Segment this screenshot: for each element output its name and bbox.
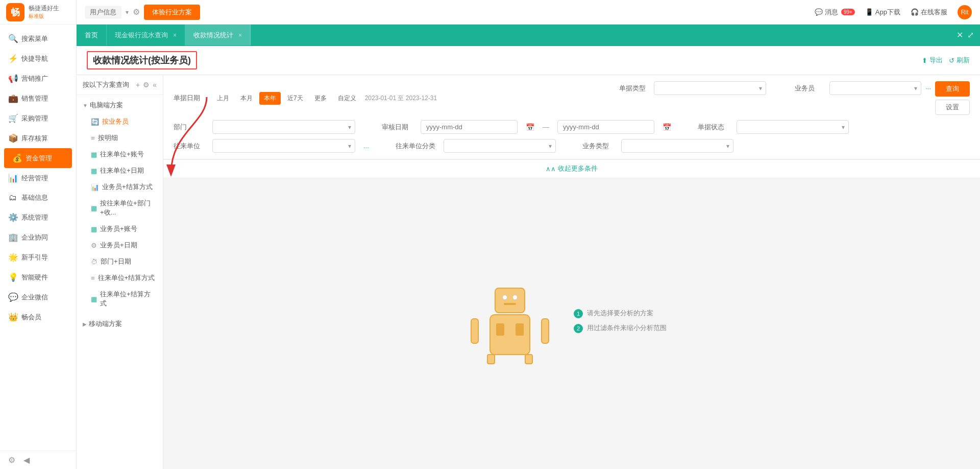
robot-eyes [496,289,524,300]
tree-child-by-detail[interactable]: ≡ 按明细 [77,130,163,146]
doc-status-label: 单据状态 [698,123,728,132]
refresh-button[interactable]: ↺ 刷新 [949,56,970,65]
trial-button[interactable]: 体验行业方案 [144,5,200,20]
add-scheme-button[interactable]: + [136,81,140,89]
collapse-more-btn[interactable]: ∧∧ 收起更多条件 [163,159,980,177]
tab-collection-stats[interactable]: 收款情况统计 × [185,25,251,45]
tree-child-by-salesperson[interactable]: 🔄 按业务员 [77,113,163,130]
salesperson-more-btn[interactable]: ··· [925,84,931,92]
tab-bank-flow-close[interactable]: × [173,32,177,39]
sidebar-item-guide[interactable]: 🌟 新手引导 [0,247,76,267]
sidebar-item-search-menu[interactable]: 🔍 搜索菜单 [0,29,76,49]
date-tab-last-month[interactable]: 上月 [212,92,234,105]
tree-child-partner-settle1[interactable]: ≡ 往来单位+结算方式 [77,270,163,286]
tab-close-all-icon[interactable]: ✕ [957,30,963,40]
date-tab-custom[interactable]: 自定义 [333,92,361,105]
message-action[interactable]: 💬 消息 99+ [815,8,855,17]
sidebar-item-quick-nav[interactable]: ⚡ 快捷导航 [0,49,76,68]
partner-select[interactable] [212,139,355,153]
sidebar-item-system[interactable]: ⚙️ 系统管理 [0,207,76,227]
tree-child-salesperson-account[interactable]: ▦ 业务员+账号 [77,221,163,237]
tree-child-salesperson-date[interactable]: ⚙ 业务员+日期 [77,237,163,253]
tab-bank-flow[interactable]: 现金银行流水查询 × [107,25,185,45]
app-download-action[interactable]: 📱 App下载 [865,8,900,17]
salesperson-select-wrap [829,81,921,95]
purchase-icon: 🛒 [8,113,17,123]
baseinfo-icon: 🗂 [8,193,17,202]
sidebar-item-wechat[interactable]: 💬 企业微信 [0,287,76,307]
top-header: 用户信息 ▾ ⚙ 体验行业方案 💬 消息 99+ 📱 App下载 🎧 在线客服 … [77,0,980,25]
finance-icon: 💰 [12,153,21,163]
sidebar-item-smart-hw[interactable]: 💡 智能硬件 [0,267,76,287]
tab-bar: 首页 现金银行流水查询 × 收款情况统计 × ✕ ⤢ [77,25,980,46]
sidebar-item-inventory[interactable]: 📦 库存核算 [0,128,76,148]
robot-detail-2 [516,323,524,336]
date-tab-this-month[interactable]: 本月 [236,92,257,105]
scheme-settings-icon[interactable]: ⚙ [143,81,150,89]
tab-maximize-icon[interactable]: ⤢ [967,30,974,40]
filter-row-dept: 部门 审核日期 📅 — 📅 单据状态 [174,120,970,134]
date-tab-this-year[interactable]: 本年 [259,92,281,105]
partner-category-select[interactable] [444,139,556,153]
robot-mouth [504,303,516,305]
sidebar-item-baseinfo[interactable]: 🗂 基础信息 [0,188,76,207]
tree-parent-pc[interactable]: ▼ 电脑端方案 [77,97,163,113]
online-service-action[interactable]: 🎧 在线客服 [911,8,947,17]
partner-more-button[interactable]: ... [363,142,369,150]
review-date-end[interactable] [557,120,654,134]
tree-child-partner-dept-collect[interactable]: ▦ 按往来单位+部门+收... [77,195,163,221]
tree-parent-mobile[interactable]: ▶ 移动端方案 [77,316,163,332]
review-date-start[interactable] [421,120,518,134]
doc-status-select[interactable] [737,120,849,134]
header-dropdown-arrow[interactable]: ▾ [126,9,129,16]
sidebar-settings-icon[interactable]: ⚙ [8,455,15,465]
system-icon: ⚙️ [8,213,17,222]
service-icon: 🎧 [911,8,919,16]
query-button[interactable]: 查询 [935,81,970,97]
sidebar-item-purchase[interactable]: 🛒 采购管理 [0,108,76,128]
left-panel-actions: + ⚙ « [136,81,157,89]
review-date-start-calendar[interactable]: 📅 [526,123,534,131]
sidebar-item-marketing[interactable]: 📢 营销推广 [0,68,76,88]
tree-child-partner-date[interactable]: ▦ 往来单位+日期 [77,162,163,179]
review-date-end-calendar[interactable]: 📅 [663,123,671,131]
logo-text: 畅捷通好生 标准版 [29,5,59,19]
tab-collection-stats-close[interactable]: × [238,32,242,39]
sidebar-collapse-icon[interactable]: ◀ [23,455,30,465]
main-area: 用户信息 ▾ ⚙ 体验行业方案 💬 消息 99+ 📱 App下载 🎧 在线客服 … [77,0,980,469]
sidebar-item-sales[interactable]: 💼 销售管理 [0,88,76,108]
salesperson-select[interactable] [829,81,921,95]
message-badge: 99+ [841,9,855,15]
tree-child-partner-account[interactable]: ▦ 往来单位+账号 [77,146,163,162]
step-num-2: 2 [574,324,583,333]
sidebar-item-finance[interactable]: 💰 资金管理 [4,148,72,168]
tree-child-dept-date[interactable]: ⏱ 部门+日期 [77,253,163,270]
salesperson-account-icon: ▦ [91,225,97,233]
biz-type-select[interactable] [621,139,733,153]
date-tab-7days[interactable]: 近7天 [283,92,308,105]
tree-child-partner-settle2[interactable]: ▦ 往来单位+结算方式 [77,286,163,312]
settings-button[interactable]: 设置 [935,100,970,115]
date-tab-more[interactable]: 更多 [310,92,331,105]
sidebar-item-enterprise[interactable]: 🏢 企业协同 [0,227,76,247]
tree-child-salesperson-settle[interactable]: 📊 业务员+结算方式 [77,179,163,195]
tab-home[interactable]: 首页 [77,25,107,45]
review-date-label: 审核日期 [382,123,412,132]
salesperson-settle-icon: 📊 [91,183,99,191]
robot-arm-left [471,318,479,344]
sidebar-item-vip[interactable]: 👑 畅会员 [0,307,76,327]
export-button[interactable]: ⬆ 导出 [922,56,943,65]
user-info: 用户信息 [85,6,121,19]
header-gear-icon[interactable]: ⚙ [133,7,140,17]
page-title: 收款情况统计(按业务员) [87,51,197,69]
dept-select[interactable] [212,120,355,134]
message-icon: 💬 [815,8,823,16]
user-avatar[interactable]: Rit [958,5,972,19]
header-left: 用户信息 ▾ ⚙ 体验行业方案 [85,5,200,20]
sidebar-item-operations[interactable]: 📊 经营管理 [0,168,76,188]
dept-date-icon: ⏱ [91,258,97,266]
vip-icon: 👑 [8,312,17,322]
filter-section: 单据日期 上月 本月 本年 近7天 更多 自定义 2023-01-01 至 20… [163,75,980,159]
doc-type-select[interactable] [654,81,766,95]
panel-collapse-icon[interactable]: « [153,81,157,89]
